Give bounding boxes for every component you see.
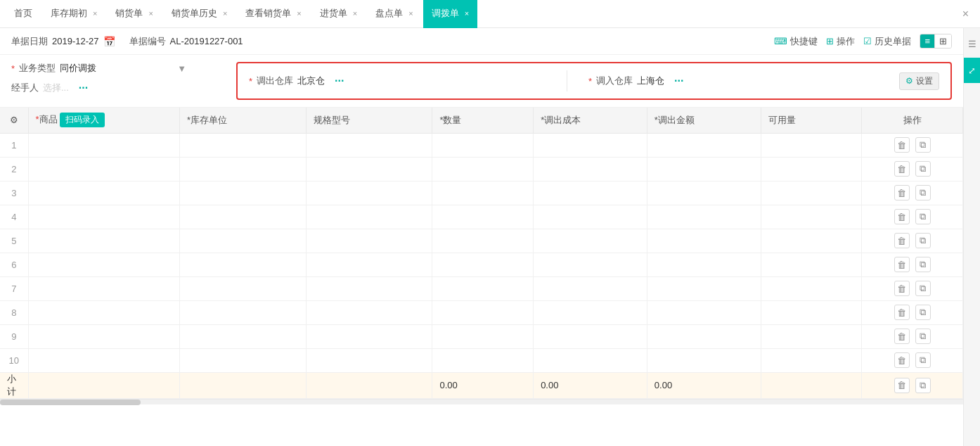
copy-row-icon[interactable]: ⧉	[915, 137, 931, 153]
row-num: 4	[0, 205, 28, 229]
settings-button[interactable]: ⚙ 设置	[899, 72, 939, 90]
delete-row-icon[interactable]: 🗑	[894, 233, 910, 248]
settings-label: 设置	[916, 75, 933, 87]
row-num: 10	[0, 348, 28, 372]
th-settings[interactable]: ⚙	[0, 108, 28, 133]
tab-inventory-init[interactable]: 库存期初 ×	[42, 0, 105, 28]
copy-row-icon[interactable]: ⧉	[915, 352, 931, 368]
tab-transfer-close[interactable]: ×	[465, 9, 469, 18]
product-cell[interactable]	[28, 324, 180, 348]
tab-sales-order[interactable]: 销货单 ×	[107, 0, 161, 28]
tab-sales-history[interactable]: 销货单历史 ×	[163, 0, 236, 28]
tab-sales-order-close[interactable]: ×	[148, 9, 153, 18]
product-cell[interactable]	[28, 157, 180, 181]
shortcut-label: 快捷键	[790, 35, 818, 48]
tab-inventory-check-close[interactable]: ×	[408, 9, 413, 18]
qty-cell	[432, 181, 534, 205]
product-cell[interactable]	[28, 276, 180, 300]
product-cell[interactable]	[28, 181, 180, 205]
tab-bar: 首页 库存期初 × 销货单 × 销货单历史 × 查看销货单 × 进货单 × 盘点…	[0, 0, 980, 28]
view-toggle-list[interactable]: ≡	[920, 34, 935, 48]
product-cell[interactable]	[28, 348, 180, 372]
sidebar-list-icon[interactable]: ☰	[964, 31, 981, 56]
delete-row-icon[interactable]: 🗑	[894, 185, 910, 200]
copy-row-icon[interactable]: ⧉	[915, 161, 931, 177]
copy-row-icon[interactable]: ⧉	[915, 305, 931, 320]
product-cell[interactable]	[28, 133, 180, 157]
copy-row-icon[interactable]: ⧉	[915, 233, 931, 248]
delete-row-icon[interactable]: 🗑	[894, 209, 910, 224]
product-cell[interactable]	[28, 205, 180, 229]
handler-placeholder[interactable]: 选择...	[43, 82, 69, 94]
transfer-warehouse-section: * 调出仓库 北京仓 ··· * 调入仓库 上海仓 ··· ⚙ 设置	[236, 62, 952, 100]
horizontal-scrollbar[interactable]	[0, 399, 963, 404]
tab-view-sales-close[interactable]: ×	[297, 9, 301, 18]
delete-icon[interactable]: 🗑	[894, 378, 910, 393]
view-toggle-grid[interactable]: ⊞	[935, 34, 951, 48]
delete-row-icon[interactable]: 🗑	[894, 161, 910, 177]
tab-inventory-init-label: 库存期初	[51, 7, 87, 20]
gear-icon: ⚙	[905, 76, 913, 86]
amount-cell	[647, 300, 761, 324]
th-qty: *数量	[432, 108, 534, 133]
scan-btn[interactable]: 扫码录入	[60, 113, 105, 127]
warehouse-divider	[567, 70, 567, 91]
tab-sales-history-close[interactable]: ×	[223, 9, 227, 18]
header-actions: ⌨ 快捷键 ⊞ 操作 ☑ 历史单据 ≡ ⊞	[774, 34, 952, 49]
number-field: 单据编号 AL-20191227-001	[129, 35, 243, 48]
copy-icon[interactable]: ⧉	[915, 378, 931, 393]
product-cell[interactable]	[28, 253, 180, 276]
business-type-label: 业务类型	[19, 62, 56, 75]
transfer-out-more-btn[interactable]: ···	[335, 75, 344, 87]
delete-row-icon[interactable]: 🗑	[894, 281, 910, 296]
sidebar-external-icon[interactable]: ⤢	[964, 58, 981, 83]
tab-inventory-check[interactable]: 盘点单 ×	[367, 0, 421, 28]
delete-row-icon[interactable]: 🗑	[894, 257, 910, 272]
transfer-in-more-btn[interactable]: ···	[674, 75, 683, 87]
tab-transfer[interactable]: 调拨单 ×	[423, 0, 477, 28]
tab-home-label: 首页	[14, 7, 32, 20]
copy-row-icon[interactable]: ⧉	[915, 281, 931, 296]
business-type-selector[interactable]: 同价调拨 ▼	[60, 62, 186, 75]
delete-row-icon[interactable]: 🗑	[894, 329, 910, 344]
delete-row-icon[interactable]: 🗑	[894, 305, 910, 320]
calendar-icon[interactable]: 📅	[103, 36, 115, 47]
product-cell[interactable]	[28, 229, 180, 253]
table-container: ⚙ *商品 扫码录入 *库存单位 规格型号 *数量 *调出成本 *调出金额 可用…	[0, 108, 963, 446]
tab-home[interactable]: 首页	[6, 0, 41, 28]
copy-row-icon[interactable]: ⧉	[915, 185, 931, 200]
table-row: 小计 0.00 0.00 0.00 🗑 ⧉	[0, 372, 963, 398]
unit-cell	[180, 181, 307, 205]
business-type-required: *	[11, 63, 15, 74]
amount-cell	[647, 324, 761, 348]
transfer-in-label: 调入仓库	[596, 75, 633, 87]
shortcut-btn[interactable]: ⌨ 快捷键	[774, 35, 818, 48]
available-cell	[761, 324, 862, 348]
tab-purchase-close[interactable]: ×	[353, 9, 357, 18]
available-cell	[761, 348, 862, 372]
delete-row-icon[interactable]: 🗑	[894, 352, 910, 368]
handler-more-btn[interactable]: ···	[79, 82, 88, 94]
scrollbar-thumb[interactable]	[0, 400, 141, 405]
operation-btn[interactable]: ⊞ 操作	[826, 35, 855, 48]
copy-row-icon[interactable]: ⧉	[915, 257, 931, 272]
product-cell[interactable]	[28, 300, 180, 324]
tab-inventory-init-close[interactable]: ×	[93, 9, 97, 18]
row-num: 8	[0, 300, 28, 324]
copy-row-icon[interactable]: ⧉	[915, 209, 931, 224]
business-type-field: * 业务类型 同价调拨 ▼	[11, 62, 222, 75]
tab-view-sales[interactable]: 查看销货单 ×	[237, 0, 309, 28]
delete-row-icon[interactable]: 🗑	[894, 137, 910, 153]
available-cell	[761, 133, 862, 157]
row-num: 2	[0, 157, 28, 181]
business-type-dropdown-icon[interactable]: ▼	[177, 63, 186, 74]
qty-cell	[432, 253, 534, 276]
tab-purchase[interactable]: 进货单 ×	[311, 0, 366, 28]
tab-close-all[interactable]: ×	[957, 8, 974, 20]
copy-row-icon[interactable]: ⧉	[915, 329, 931, 344]
action-cell: 🗑 ⧉	[862, 324, 963, 348]
shortcut-icon: ⌨	[774, 36, 787, 46]
history-btn[interactable]: ☑ 历史单据	[863, 35, 911, 48]
spec-cell	[306, 276, 432, 300]
qty-cell	[432, 276, 534, 300]
